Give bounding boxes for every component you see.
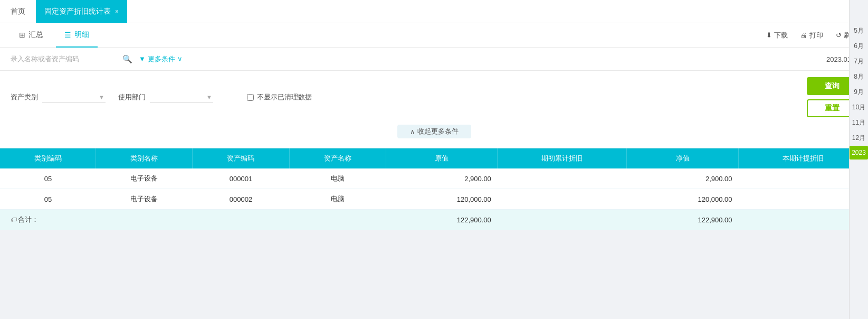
- cell-net-value: 120,000.00: [627, 189, 739, 210]
- search-input[interactable]: [11, 55, 116, 63]
- col-header-net-value: 净值: [627, 148, 739, 168]
- dept-field: 使用部门 ▼: [118, 92, 213, 102]
- sidebar-month-item[interactable]: 7月: [851, 54, 866, 69]
- cell-net-value: 2,900.00: [627, 168, 739, 189]
- col-header-asset-name: 资产名称: [289, 148, 386, 168]
- collapse-label: 收起更多条件: [417, 127, 459, 136]
- cell-asset-code: 000002: [193, 189, 289, 210]
- sidebar-month-item[interactable]: 12月: [851, 130, 866, 146]
- dept-select-wrapper: ▼: [150, 92, 213, 102]
- search-icon[interactable]: 🔍: [122, 54, 132, 64]
- sidebar-month-item[interactable]: 11月: [851, 115, 866, 130]
- col-header-category-code: 类别编码: [0, 148, 96, 168]
- cell-accumulated: [498, 189, 627, 210]
- tab-detail-label: 明细: [74, 30, 89, 40]
- cell-asset-name: 电脑: [289, 189, 386, 210]
- sidebar-month-item[interactable]: 10月: [851, 100, 866, 115]
- asset-type-select[interactable]: [42, 92, 106, 102]
- filter-advanced: 资产类别 ▼ 使用部门 ▼ 不显示已清理数据 查询 重置: [0, 71, 868, 148]
- table-wrapper: 类别编码 类别名称 资产编码 资产名称 原值 期初累计折旧 净值 本期计提折旧 …: [0, 148, 868, 230]
- tab-detail[interactable]: ☰ 明细: [56, 23, 98, 48]
- hide-cleared-label: 不显示已清理数据: [257, 92, 312, 102]
- total-current: [739, 210, 868, 230]
- more-conditions-button[interactable]: ▼ 更多条件 ∨: [139, 54, 183, 64]
- col-header-asset-code: 资产编码: [193, 148, 289, 168]
- sidebar-month-item[interactable]: 9月: [851, 85, 866, 100]
- sidebar-month-item[interactable]: 8月: [851, 69, 866, 85]
- total-asset-code: [193, 210, 289, 230]
- toolbar-right: ⬇ 下载 🖨 打印 ↺ 刷新: [766, 31, 857, 40]
- print-label: 打印: [809, 31, 823, 40]
- fixed-assets-tab[interactable]: 固定资产折旧统计表 ×: [36, 0, 127, 23]
- table-row: 05 电子设备 000001 电脑 2,900.00 2,900.00: [0, 168, 868, 189]
- total-net-value: 122,900.00: [627, 210, 739, 230]
- date-label: 2023.01: [826, 48, 851, 71]
- col-header-original: 原值: [386, 148, 498, 168]
- hide-cleared-wrapper: 不显示已清理数据: [247, 92, 312, 102]
- cell-original: 2,900.00: [386, 168, 498, 189]
- collapse-icon: ∧: [410, 128, 415, 136]
- col-header-accumulated: 期初累计折旧: [498, 148, 627, 168]
- total-accumulated: [498, 210, 627, 230]
- home-nav-item[interactable]: 首页: [0, 0, 36, 23]
- cell-current-depreciation: [739, 168, 868, 189]
- print-button[interactable]: 🖨 打印: [800, 31, 823, 40]
- download-icon: ⬇: [766, 31, 772, 39]
- year-badge: 2023: [850, 146, 868, 160]
- table-header-row: 类别编码 类别名称 资产编码 资产名称 原值 期初累计折旧 净值 本期计提折旧: [0, 148, 868, 168]
- cell-category-code: 05: [0, 168, 96, 189]
- filter-row-1: 资产类别 ▼ 使用部门 ▼ 不显示已清理数据 查询 重置: [11, 77, 857, 117]
- tab-close-icon[interactable]: ×: [115, 8, 119, 15]
- filter-bar: 🔍 ▼ 更多条件 ∨ 2023.01 ❯: [0, 48, 868, 71]
- cell-category-name: 电子设备: [96, 189, 193, 210]
- filter-icon: ▼: [139, 55, 146, 63]
- sub-tab-bar: ⊞ 汇总 ☰ 明细 ⬇ 下载 🖨 打印 ↺ 刷新: [0, 23, 868, 48]
- filter-bar-wrapper: 🔍 ▼ 更多条件 ∨ 2023.01 ❯: [0, 48, 868, 71]
- download-label: 下载: [774, 31, 788, 40]
- cell-category-code: 05: [0, 189, 96, 210]
- tab-summary[interactable]: ⊞ 汇总: [11, 23, 52, 48]
- col-header-category-name: 类别名称: [96, 148, 193, 168]
- dept-select[interactable]: [150, 92, 213, 102]
- asset-type-field: 资产类别 ▼: [11, 92, 106, 102]
- cell-current-depreciation: [739, 189, 868, 210]
- right-sidebar: 5月6月7月8月9月10月11月12月 2023: [849, 0, 868, 319]
- sidebar-month-item[interactable]: 5月: [851, 23, 866, 39]
- table-row: 05 电子设备 000002 电脑 120,000.00 120,000.00: [0, 189, 868, 210]
- summary-icon: ⊞: [19, 31, 25, 39]
- col-header-current-depreciation: 本期计提折旧: [739, 148, 868, 168]
- cell-accumulated: [498, 168, 627, 189]
- cell-category-name: 电子设备: [96, 168, 193, 189]
- detail-icon: ☰: [64, 31, 71, 39]
- hide-cleared-checkbox[interactable]: [247, 94, 254, 101]
- tab-label: 固定资产折旧统计表: [44, 7, 111, 16]
- download-button[interactable]: ⬇ 下载: [766, 31, 788, 40]
- more-conditions-label: 更多条件: [148, 54, 175, 64]
- collapse-button[interactable]: ∧ 收起更多条件: [397, 125, 471, 138]
- total-label: 🏷合计：: [0, 210, 193, 230]
- print-icon: 🖨: [800, 31, 807, 39]
- top-nav: 首页 固定资产折旧统计表 × ×: [0, 0, 868, 23]
- cell-asset-code: 000001: [193, 168, 289, 189]
- cell-asset-name: 电脑: [289, 168, 386, 189]
- collapse-bar: ∧ 收起更多条件: [11, 121, 857, 142]
- asset-type-label: 资产类别: [11, 92, 38, 102]
- dept-label: 使用部门: [118, 92, 146, 102]
- asset-type-select-wrapper: ▼: [42, 92, 106, 102]
- data-table: 类别编码 类别名称 资产编码 资产名称 原值 期初累计折旧 净值 本期计提折旧 …: [0, 148, 868, 230]
- refresh-icon: ↺: [836, 31, 842, 39]
- sidebar-month-item[interactable]: 6月: [851, 39, 866, 54]
- total-asset-name: [289, 210, 386, 230]
- total-original: 122,900.00: [386, 210, 498, 230]
- chevron-down-icon: ∨: [177, 55, 183, 63]
- total-row: 🏷合计： 122,900.00 122,900.00: [0, 210, 868, 230]
- cell-original: 120,000.00: [386, 189, 498, 210]
- total-icon: 🏷: [11, 216, 17, 223]
- tab-summary-label: 汇总: [28, 30, 43, 40]
